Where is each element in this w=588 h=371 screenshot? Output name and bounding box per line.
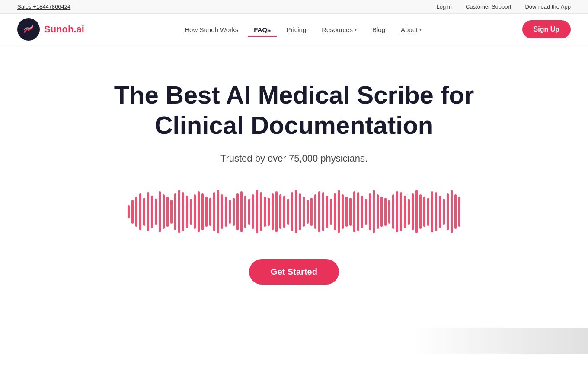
waveform-bar bbox=[454, 194, 457, 229]
waveform-bar bbox=[128, 205, 130, 218]
waveform-bar bbox=[151, 196, 153, 228]
waveform-bar bbox=[131, 200, 134, 224]
waveform-bar bbox=[221, 194, 223, 229]
waveform-bar bbox=[353, 191, 355, 232]
get-started-button[interactable]: Get Started bbox=[249, 259, 339, 285]
waveform-bar bbox=[233, 198, 235, 226]
waveform-bar bbox=[209, 198, 211, 226]
waveform-bar bbox=[334, 193, 336, 230]
sales-link[interactable]: Sales:+18447866424 bbox=[17, 3, 70, 10]
logo-icon bbox=[17, 18, 40, 41]
waveform-bar bbox=[268, 198, 270, 226]
waveform-bar bbox=[415, 190, 418, 233]
waveform-bar bbox=[186, 196, 188, 228]
waveform-bar bbox=[396, 191, 398, 232]
logo[interactable]: Sunoh.ai bbox=[17, 18, 84, 41]
waveform-bar bbox=[458, 197, 460, 227]
waveform-bar bbox=[291, 192, 293, 231]
waveform-bar bbox=[373, 190, 375, 233]
waveform-bar bbox=[384, 198, 387, 226]
waveform-bar bbox=[244, 196, 246, 228]
waveform-bar bbox=[322, 192, 324, 231]
customer-support-link[interactable]: Customer Support bbox=[466, 3, 511, 10]
nav-item-resources[interactable]: Resources ▾ bbox=[316, 22, 363, 37]
waveform-bar bbox=[400, 192, 402, 231]
waveform-bar bbox=[147, 192, 149, 231]
nav-link-pricing[interactable]: Pricing bbox=[280, 22, 312, 37]
waveform-bar bbox=[295, 190, 297, 233]
waveform-bar bbox=[451, 190, 453, 233]
waveform-bar bbox=[299, 193, 301, 230]
waveform-bar bbox=[330, 199, 332, 225]
hero-section: The Best AI Medical Scribe for Clinical … bbox=[0, 45, 588, 311]
waveform-bar bbox=[388, 200, 390, 224]
waveform-bar bbox=[365, 199, 367, 225]
waveform-bar bbox=[225, 197, 227, 227]
waveform-bar bbox=[178, 190, 180, 233]
nav-link-about[interactable]: About ▾ bbox=[395, 22, 428, 37]
waveform-bar bbox=[447, 193, 449, 230]
waveform-bar bbox=[318, 191, 320, 232]
waveform-bar bbox=[205, 197, 208, 227]
waveform-bar bbox=[314, 194, 316, 229]
nav-link-faqs[interactable]: FAQs bbox=[248, 22, 277, 37]
signup-button[interactable]: Sign Up bbox=[522, 20, 571, 38]
waveform-bar bbox=[423, 197, 425, 227]
download-app-link[interactable]: Download the App bbox=[525, 3, 571, 10]
nav-item-about[interactable]: About ▾ bbox=[395, 22, 428, 37]
waveform-bar bbox=[377, 194, 379, 229]
waveform-bar bbox=[155, 199, 157, 225]
waveform-bar bbox=[326, 196, 328, 228]
waveform bbox=[128, 186, 460, 238]
topbar: Sales:+18447866424 Log in Customer Suppo… bbox=[0, 0, 588, 14]
waveform-bar bbox=[159, 191, 161, 232]
nav-item-how-sunoh-works[interactable]: How Sunoh Works bbox=[179, 22, 244, 37]
footer-hint bbox=[0, 328, 588, 354]
waveform-bar bbox=[443, 199, 445, 225]
login-link[interactable]: Log in bbox=[437, 3, 452, 10]
waveform-bar bbox=[163, 194, 165, 229]
nav-links: How Sunoh Works FAQs Pricing Resources ▾… bbox=[179, 22, 428, 37]
waveform-bar bbox=[349, 198, 352, 226]
waveform-bar bbox=[310, 198, 313, 226]
waveform-bar bbox=[380, 197, 383, 227]
waveform-bar bbox=[135, 197, 137, 227]
nav-link-how-sunoh-works[interactable]: How Sunoh Works bbox=[179, 22, 244, 37]
about-chevron-icon: ▾ bbox=[419, 27, 422, 32]
navbar: Sunoh.ai How Sunoh Works FAQs Pricing Re… bbox=[0, 14, 588, 45]
waveform-bar bbox=[435, 192, 437, 231]
waveform-bar bbox=[217, 190, 219, 233]
waveform-bar bbox=[431, 191, 433, 232]
waveform-bar bbox=[248, 199, 250, 225]
topbar-right-links: Log in Customer Support Download the App bbox=[437, 3, 571, 10]
nav-item-blog[interactable]: Blog bbox=[366, 22, 391, 37]
waveform-bar bbox=[369, 193, 371, 230]
waveform-bar bbox=[143, 198, 145, 226]
logo-ai: .ai bbox=[74, 24, 84, 35]
hero-subheading: Trusted by over 75,000 physicians. bbox=[220, 153, 368, 164]
waveform-bar bbox=[345, 197, 348, 227]
waveform-bar bbox=[357, 192, 359, 231]
topbar-sales: Sales:+18447866424 bbox=[17, 3, 70, 10]
svg-point-0 bbox=[28, 29, 30, 31]
waveform-bar bbox=[236, 193, 239, 230]
logo-sunoh: Sunoh bbox=[44, 24, 74, 35]
waveform-bar bbox=[166, 197, 169, 227]
waveform-bar bbox=[279, 194, 281, 229]
resources-chevron-icon: ▾ bbox=[355, 27, 357, 32]
hero-heading: The Best AI Medical Scribe for Clinical … bbox=[99, 80, 489, 140]
waveform-bar bbox=[303, 197, 305, 227]
nav-item-faqs[interactable]: FAQs bbox=[248, 22, 277, 37]
waveform-bar bbox=[240, 191, 243, 232]
waveform-bar bbox=[439, 196, 441, 228]
waveform-bar bbox=[272, 193, 274, 230]
nav-item-pricing[interactable]: Pricing bbox=[280, 22, 312, 37]
logo-text: Sunoh.ai bbox=[44, 24, 84, 35]
waveform-bar bbox=[392, 194, 394, 229]
waveform-bar bbox=[213, 192, 215, 231]
nav-link-blog[interactable]: Blog bbox=[366, 22, 391, 37]
waveform-bar bbox=[260, 192, 262, 231]
waveform-bar bbox=[342, 194, 344, 229]
waveform-bar bbox=[190, 199, 192, 225]
nav-link-resources[interactable]: Resources ▾ bbox=[316, 22, 363, 37]
